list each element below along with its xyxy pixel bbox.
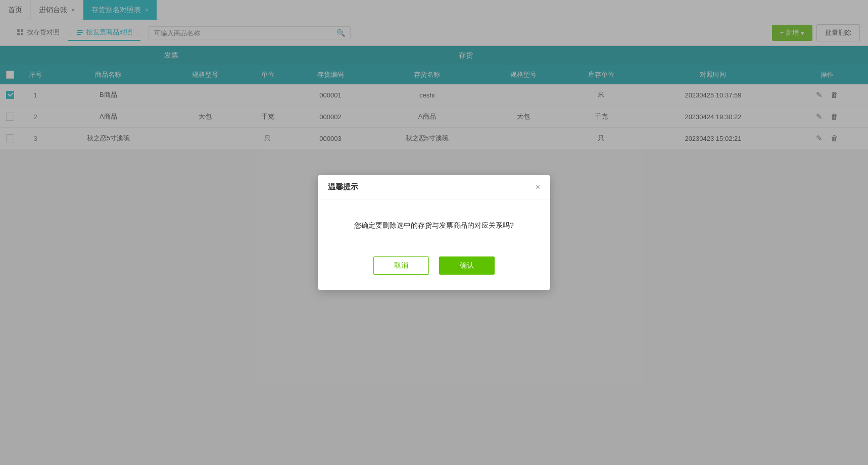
- modal-overlay: 温馨提示 × 您确定要删除选中的存货与发票商品的对应关系吗? 取消 确认: [0, 0, 868, 149]
